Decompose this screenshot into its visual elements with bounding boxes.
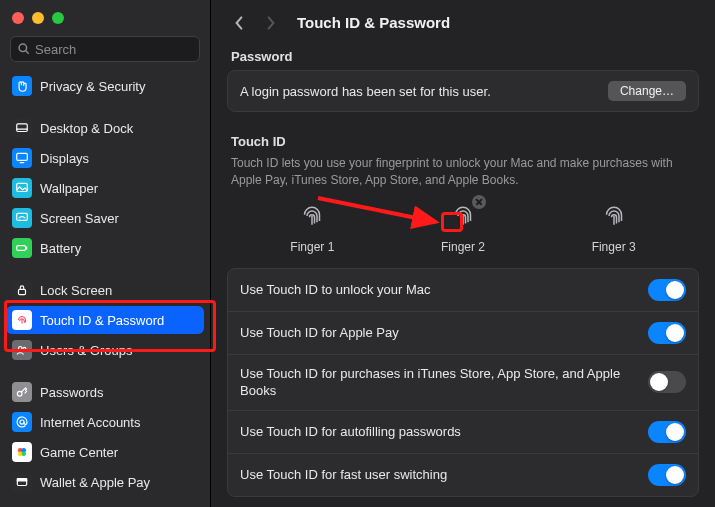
fingerprint-icon (12, 310, 32, 330)
touchid-option-toggle[interactable] (648, 279, 686, 301)
password-card: A login password has been set for this u… (227, 70, 699, 112)
sidebar-item-label: Touch ID & Password (40, 313, 164, 328)
forward-button[interactable] (259, 11, 283, 35)
page-title: Touch ID & Password (297, 14, 450, 31)
sidebar-item-desktop-dock[interactable]: Desktop & Dock (6, 114, 204, 142)
battery-icon (12, 238, 32, 258)
touchid-option-toggle[interactable] (648, 464, 686, 486)
fullscreen-window-button[interactable] (52, 12, 64, 24)
sidebar-item-label: Wallet & Apple Pay (40, 475, 150, 490)
touchid-fingers: Finger 1Finger 2Finger 3 (227, 193, 699, 268)
sidebar-item-privacy-security[interactable]: Privacy & Security (6, 72, 204, 100)
sidebar-item-label: Game Center (40, 445, 118, 460)
touchid-section-label: Touch ID (231, 134, 695, 149)
touchid-option-toggle[interactable] (648, 322, 686, 344)
sidebar-item-screen-saver[interactable]: Screen Saver (6, 204, 204, 232)
touchid-options-card: Use Touch ID to unlock your MacUse Touch… (227, 268, 699, 497)
fingerprint-icon (297, 201, 327, 234)
finger-label: Finger 2 (441, 240, 485, 254)
sidebar-item-passwords[interactable]: Passwords (6, 378, 204, 406)
search-field[interactable] (10, 36, 200, 62)
touchid-option-toggle[interactable] (648, 371, 686, 393)
users-icon (12, 340, 32, 360)
screensaver-icon (12, 208, 32, 228)
sidebar-item-label: Wallpaper (40, 181, 98, 196)
sidebar-item-internet-accounts[interactable]: Internet Accounts (6, 408, 204, 436)
svg-rect-2 (17, 124, 28, 132)
key-icon (12, 382, 32, 402)
delete-fingerprint-button[interactable] (472, 195, 486, 209)
password-status-row: A login password has been set for this u… (228, 71, 698, 111)
svg-point-14 (20, 420, 24, 424)
touchid-option-label: Use Touch ID for purchases in iTunes Sto… (240, 365, 648, 400)
finger-label: Finger 3 (592, 240, 636, 254)
touchid-option-label: Use Touch ID for autofilling passwords (240, 423, 648, 441)
sidebar-item-label: Displays (40, 151, 89, 166)
touchid-option-label: Use Touch ID for fast user switching (240, 466, 648, 484)
svg-rect-20 (17, 479, 26, 481)
sidebar-item-label: Screen Saver (40, 211, 119, 226)
dock-icon (12, 118, 32, 138)
svg-rect-10 (19, 289, 26, 294)
sidebar-item-label: Passwords (40, 385, 104, 400)
touchid-description: Touch ID lets you use your fingerprint t… (231, 155, 695, 189)
search-input[interactable] (35, 42, 193, 57)
touchid-finger-1[interactable]: Finger 1 (290, 201, 334, 254)
gamecenter-icon (12, 442, 32, 462)
wallet-icon (12, 472, 32, 492)
sidebar-item-label: Battery (40, 241, 81, 256)
touchid-option-label: Use Touch ID for Apple Pay (240, 324, 648, 342)
hand-icon (12, 76, 32, 96)
back-button[interactable] (227, 11, 251, 35)
sidebar-item-displays[interactable]: Displays (6, 144, 204, 172)
sidebar-item-wallet-apple-pay[interactable]: Wallet & Apple Pay (6, 468, 204, 496)
sidebar-nav: Privacy & SecurityDesktop & DockDisplays… (0, 72, 210, 507)
svg-rect-4 (17, 153, 28, 160)
sidebar-item-touch-id-password[interactable]: Touch ID & Password (6, 306, 204, 334)
fingerprint-icon (599, 201, 629, 234)
svg-rect-8 (17, 246, 26, 251)
sidebar-item-lock-screen[interactable]: Lock Screen (6, 276, 204, 304)
sidebar-item-label: Lock Screen (40, 283, 112, 298)
svg-point-11 (19, 347, 23, 351)
lock-icon (12, 280, 32, 300)
main-panel: Touch ID & Password Password A login pas… (211, 0, 715, 507)
sidebar-item-wallpaper[interactable]: Wallpaper (6, 174, 204, 202)
sidebar: Privacy & SecurityDesktop & DockDisplays… (0, 0, 211, 507)
finger-label: Finger 1 (290, 240, 334, 254)
topbar: Touch ID & Password (227, 10, 699, 35)
password-section-label: Password (231, 49, 695, 64)
at-icon (12, 412, 32, 432)
touchid-option-row: Use Touch ID for autofilling passwords (228, 411, 698, 454)
sidebar-item-label: Privacy & Security (40, 79, 145, 94)
touchid-option-toggle[interactable] (648, 421, 686, 443)
sidebar-item-battery[interactable]: Battery (6, 234, 204, 262)
display-icon (12, 148, 32, 168)
touchid-option-row: Use Touch ID to unlock your Mac (228, 269, 698, 312)
minimize-window-button[interactable] (32, 12, 44, 24)
search-icon (17, 42, 31, 56)
wallpaper-icon (12, 178, 32, 198)
touchid-finger-3[interactable]: Finger 3 (592, 201, 636, 254)
touchid-option-row: Use Touch ID for fast user switching (228, 454, 698, 496)
svg-point-12 (23, 347, 26, 350)
fingerprint-icon (448, 201, 478, 234)
touchid-option-row: Use Touch ID for purchases in iTunes Sto… (228, 355, 698, 411)
sidebar-item-label: Desktop & Dock (40, 121, 133, 136)
svg-point-0 (19, 44, 27, 52)
change-password-button[interactable]: Change… (608, 81, 686, 101)
sidebar-item-game-center[interactable]: Game Center (6, 438, 204, 466)
sidebar-item-label: Internet Accounts (40, 415, 140, 430)
close-window-button[interactable] (12, 12, 24, 24)
window-controls (0, 8, 210, 34)
password-status-text: A login password has been set for this u… (240, 83, 608, 101)
touchid-option-row: Use Touch ID for Apple Pay (228, 312, 698, 355)
sidebar-item-label: Users & Groups (40, 343, 132, 358)
touchid-option-label: Use Touch ID to unlock your Mac (240, 281, 648, 299)
svg-line-1 (26, 51, 29, 54)
svg-point-18 (21, 451, 26, 456)
sidebar-item-users-groups[interactable]: Users & Groups (6, 336, 204, 364)
touchid-finger-2[interactable]: Finger 2 (441, 201, 485, 254)
